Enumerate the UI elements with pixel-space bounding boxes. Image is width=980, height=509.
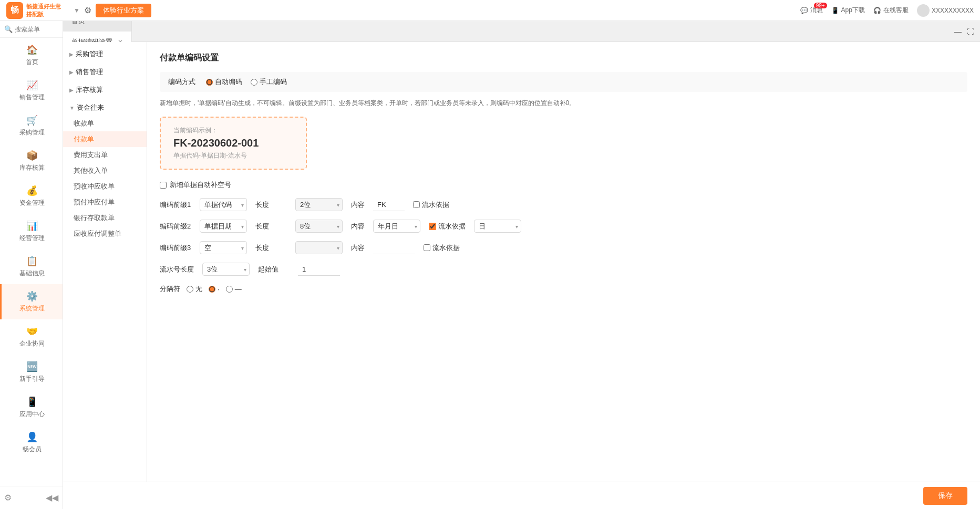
sidebar-item-operations[interactable]: 📊经营管理 <box>0 214 63 249</box>
nav-item-receivable-adjust[interactable]: 应收应付调整单 <box>63 226 147 242</box>
nav-group-purchase-title[interactable]: ▶ 采购管理 <box>63 46 147 62</box>
nav-group-purchase-label: 采购管理 <box>76 49 103 59</box>
prefix2-label: 编码前缀2 <box>160 222 191 231</box>
save-button[interactable]: 保存 <box>923 487 967 505</box>
tab-home[interactable]: 首页 <box>63 21 132 32</box>
prefix1-select[interactable]: 单据代码 <box>200 198 247 211</box>
nav-group-funds-label: 资金往来 <box>77 103 104 112</box>
message-area[interactable]: 💬 消息 99+ <box>800 6 823 15</box>
prefix1-row: 编码前缀1 单据代码 长度 2位 内容 <box>160 198 967 211</box>
sidebar-item-guide[interactable]: 🆕新手引导 <box>0 355 63 390</box>
tab-bar: 首页单据编码设置✕ — ⛶ <box>63 21 980 42</box>
sidebar-item-partner[interactable]: 🤝企业协同 <box>0 319 63 355</box>
prefix2-content-select-wrapper: 年月日 <box>373 220 420 233</box>
nav-item-receipts[interactable]: 收款单 <box>63 116 147 131</box>
collapse-icon[interactable]: ◀◀ <box>46 493 58 503</box>
nav-group-funds-title[interactable]: ▼ 资金往来 <box>63 100 147 116</box>
prefix2-content-label: 内容 <box>351 222 365 231</box>
radio-group: 自动编码 手工编码 <box>206 77 287 87</box>
prefix2-select[interactable]: 单据日期 <box>200 220 247 233</box>
settings-icon[interactable]: ⚙ <box>84 5 91 15</box>
funds-nav-items: 收款单付款单费用支出单其他收入单预收冲应收单预付冲应付单银行存取款单应收应付调整… <box>63 116 147 242</box>
nav-item-expense[interactable]: 费用支出单 <box>63 147 147 163</box>
prefix3-stream-depend[interactable]: 流水依据 <box>424 243 460 253</box>
prefix2-stream-checkbox[interactable] <box>429 223 436 230</box>
left-nav: ▶ 采购管理 ▶ 销售管理 ▶ 库存核算 <box>63 42 147 482</box>
sep-none-option[interactable]: 无 <box>187 284 202 294</box>
tab-minimize[interactable]: — <box>953 26 963 37</box>
manual-encode-option[interactable]: 手工编码 <box>251 77 287 87</box>
sep-none-radio[interactable] <box>187 286 193 293</box>
prefix1-length-label: 长度 <box>255 200 287 210</box>
auto-fill-row: 新增单据自动补空号 <box>160 180 967 190</box>
prefix3-length-select[interactable] <box>295 241 343 254</box>
nav-item-advance-payable[interactable]: 预付冲应付单 <box>63 194 147 210</box>
nav-group-sales-label: 销售管理 <box>76 67 103 77</box>
auto-encode-radio[interactable] <box>206 79 213 86</box>
start-value-input[interactable] <box>298 263 340 276</box>
online-service-area[interactable]: 🎧 在线客服 <box>873 6 909 15</box>
prefix1-stream-depend[interactable]: 流水依据 <box>413 200 449 210</box>
prefix1-stream-checkbox[interactable] <box>413 201 420 208</box>
nav-group-sales-title[interactable]: ▶ 销售管理 <box>63 64 147 80</box>
sep-dash-option[interactable]: — <box>226 285 242 293</box>
sidebar-search-area[interactable]: 🔍 <box>0 21 63 38</box>
trial-button[interactable]: 体验行业方案 <box>96 4 151 17</box>
settings-footer-icon[interactable]: ⚙ <box>4 493 12 503</box>
prefix3-stream-checkbox[interactable] <box>424 244 430 251</box>
prefix2-length-select[interactable]: 8位 <box>295 220 343 233</box>
manual-encode-radio[interactable] <box>251 79 257 86</box>
description-text: 新增单据时，'单据编码'自动生成，不可编辑。前缀设置为部门、业务员等档案类，开单… <box>160 98 967 108</box>
search-icon: 🔍 <box>4 25 13 33</box>
purchase-icon: 🛒 <box>26 115 38 126</box>
online-service-label: 在线客服 <box>883 6 909 15</box>
prefix3-select-wrapper: 空 <box>200 241 247 254</box>
prefix3-select[interactable]: 空 <box>200 241 247 254</box>
sidebar: 🔍 🏠首页📈销售管理🛒采购管理📦库存核算💰资金管理📊经营管理📋基础信息⚙️系统管… <box>0 21 63 509</box>
nav-item-advance-receivable[interactable]: 预收冲应收单 <box>63 179 147 194</box>
sidebar-item-member[interactable]: 👤畅会员 <box>0 425 63 460</box>
prefix1-content-input[interactable] <box>373 199 405 211</box>
prefix1-stream-label: 流水依据 <box>422 200 449 210</box>
prefix3-content-input[interactable] <box>373 242 415 254</box>
arrow-icon: ▶ <box>69 69 74 75</box>
sidebar-item-apps[interactable]: 📱应用中心 <box>0 390 63 425</box>
sidebar-item-system[interactable]: ⚙️系统管理 <box>0 284 63 319</box>
prefix1-length-select[interactable]: 2位 <box>295 198 343 211</box>
serial-length-select[interactable]: 3位 <box>202 263 250 276</box>
logo-icon: 畅 <box>6 2 23 19</box>
nav-group-inventory-title[interactable]: ▶ 库存核算 <box>63 82 147 98</box>
prefix2-stream-day-select[interactable]: 日 <box>474 220 521 233</box>
auto-encode-option[interactable]: 自动编码 <box>206 77 242 87</box>
sidebar-item-home[interactable]: 🏠首页 <box>0 38 63 73</box>
app-download-area[interactable]: 📱 App下载 <box>831 6 865 15</box>
sidebar-items: 🏠首页📈销售管理🛒采购管理📦库存核算💰资金管理📊经营管理📋基础信息⚙️系统管理🤝… <box>0 38 63 460</box>
encode-mode-label: 编码方式 <box>168 77 195 87</box>
app-download-label: App下载 <box>841 6 865 15</box>
system-icon: ⚙️ <box>26 290 38 302</box>
prefix2-content-select[interactable]: 年月日 <box>373 220 420 233</box>
nav-group-sales: ▶ 销售管理 <box>63 64 147 80</box>
base-icon: 📋 <box>26 255 38 267</box>
sep-dot-radio[interactable] <box>209 286 215 293</box>
sep-dash-radio[interactable] <box>226 286 233 293</box>
sidebar-item-finance[interactable]: 💰资金管理 <box>0 179 63 214</box>
prefix2-stream-depend[interactable]: 流水依据 <box>429 222 466 231</box>
top-bar-right: 💬 消息 99+ 📱 App下载 🎧 在线客服 XXXXXXXXXX <box>800 4 974 17</box>
nav-item-bank-deposit[interactable]: 银行存取款单 <box>63 210 147 226</box>
tab-maximize[interactable]: ⛶ <box>965 26 976 37</box>
sidebar-item-purchase[interactable]: 🛒采购管理 <box>0 108 63 143</box>
sidebar-item-inventory[interactable]: 📦库存核算 <box>0 143 63 179</box>
user-area[interactable]: XXXXXXXXXX <box>917 4 974 17</box>
sidebar-item-sales[interactable]: 📈销售管理 <box>0 73 63 108</box>
sidebar-item-base[interactable]: 📋基础信息 <box>0 249 63 284</box>
nav-arrow[interactable]: ▼ <box>74 7 80 14</box>
nav-item-other-income[interactable]: 其他收入单 <box>63 163 147 179</box>
prefix2-length-select-wrapper: 8位 <box>295 220 343 233</box>
prefix3-row: 编码前缀3 空 长度 内容 流水依据 <box>160 241 967 254</box>
prefix2-row: 编码前缀2 单据日期 长度 8位 内容 <box>160 220 967 233</box>
search-input[interactable] <box>15 26 51 33</box>
nav-item-payment[interactable]: 付款单 <box>63 131 147 147</box>
sep-dot-option[interactable]: · <box>209 285 220 293</box>
auto-fill-checkbox[interactable] <box>160 182 167 189</box>
